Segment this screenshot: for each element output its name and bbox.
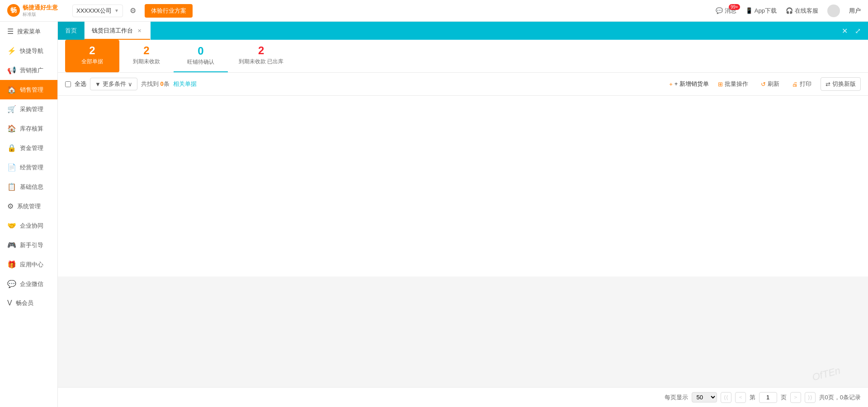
stat-overdue-shipped[interactable]: 2 到期未收款 已出库 (228, 40, 294, 72)
sidebar-label-9: 系统管理 (17, 202, 41, 211)
print-button[interactable]: 🖨 打印 (788, 78, 815, 90)
next-page-button[interactable]: ＞ (790, 392, 801, 403)
main-content: 2 全部单据 2 到期未收款 0 旺铺待确认 2 到期未收款 已出库 全选 ▼ … (58, 40, 868, 407)
count-value: 0 (160, 80, 164, 87)
batch-label: 批量操作 (725, 80, 748, 88)
messages-button[interactable]: 💬 消息 99+ (716, 7, 736, 15)
chevron-down-icon: ▼ (114, 8, 119, 13)
sidebar-item-8[interactable]: 📋基础信息 (0, 177, 57, 196)
stat-overdue-uncollected[interactable]: 2 到期未收款 (119, 40, 174, 72)
sidebar-label-10: 企业协同 (20, 222, 43, 230)
select-all-checkbox[interactable] (65, 81, 71, 87)
switch-new-version-button[interactable]: ⇄ 切换新版 (821, 77, 861, 91)
stat-overdue-shipped-number: 2 (258, 45, 264, 56)
select-all-label: 全选 (75, 80, 86, 88)
sidebar: ☰搜索菜单⚡快捷导航📢营销推广🏠销售管理🛒采购管理🏠库存核算🔒资金管理📄经营管理… (0, 22, 58, 407)
sidebar-label-8: 基础信息 (20, 183, 43, 191)
logo-icon: 畅 (7, 4, 20, 17)
sidebar-item-13[interactable]: 💬企业微信 (0, 274, 57, 294)
toolbar-left: 全选 ▼ 更多条件 ∨ 共找到 0条 相关单据 (65, 78, 665, 90)
settings-button[interactable]: ⚙ (127, 5, 139, 17)
print-label: 打印 (800, 80, 811, 88)
stats-row: 2 全部单据 2 到期未收款 0 旺铺待确认 2 到期未收款 已出库 (58, 40, 868, 73)
sidebar-icon-12: 🎁 (7, 260, 16, 269)
stat-wangpu-label: 旺铺待确认 (187, 58, 214, 66)
stat-all-number: 2 (89, 45, 95, 56)
first-page-button[interactable]: ⟨⟨ (721, 392, 731, 403)
sidebar-icon-3: 🏠 (7, 85, 16, 94)
app-download-button[interactable]: 📱 App下载 (745, 7, 777, 15)
user-avatar[interactable] (827, 5, 840, 17)
sidebar-icon-0: ☰ (7, 27, 14, 36)
last-page-button[interactable]: ⟩⟩ (805, 392, 816, 403)
tab-actions: ✕ ⤢ (835, 22, 868, 40)
sidebar-item-1[interactable]: ⚡快捷导航 (0, 41, 57, 61)
sidebar-icon-5: 🏠 (7, 124, 16, 133)
related-orders-button[interactable]: 相关单据 (173, 80, 197, 88)
page-input[interactable] (759, 392, 777, 403)
sidebar-label-0: 搜索菜单 (17, 28, 41, 36)
experience-button[interactable]: 体验行业方案 (145, 4, 193, 18)
count-text: 共找到 0条 (141, 80, 170, 88)
sidebar-icon-10: 🤝 (7, 221, 16, 230)
logo-main-text: 畅捷通好生意 (23, 4, 58, 12)
per-page-select[interactable]: 50 100 200 (692, 392, 717, 402)
sidebar-icon-14: V (7, 299, 12, 307)
sidebar-icon-9: ⚙ (7, 202, 14, 211)
pagination-bar: 每页显示 50 100 200 ⟨⟨ ＜ 第 页 ＞ ⟩⟩ 共0页，0条记录 (58, 387, 868, 407)
sidebar-label-14: 畅会员 (16, 299, 33, 307)
online-service-label: 在线客服 (795, 7, 818, 15)
online-service-button[interactable]: 🎧 在线客服 (786, 7, 818, 15)
sidebar-item-12[interactable]: 🎁应用中心 (0, 255, 57, 274)
more-filter-button[interactable]: ▼ 更多条件 ∨ (90, 78, 137, 90)
add-sales-order-button[interactable]: + + 新增销货单 (669, 80, 709, 88)
service-icon: 🎧 (786, 7, 793, 14)
sidebar-label-4: 采购管理 (20, 105, 43, 113)
sidebar-item-9[interactable]: ⚙系统管理 (0, 196, 57, 216)
sidebar-label-2: 营销推广 (20, 66, 43, 75)
batch-operation-button[interactable]: ⊞ 批量操作 (714, 78, 752, 90)
refresh-icon: ↺ (761, 81, 766, 88)
header-right: 💬 消息 99+ 📱 App下载 🎧 在线客服 用户 (716, 5, 861, 17)
sidebar-label-12: 应用中心 (20, 261, 43, 269)
company-selector[interactable]: XXXXXX公司 ▼ (72, 5, 123, 17)
sidebar-item-7[interactable]: 📄经营管理 (0, 158, 57, 177)
refresh-label: 刷新 (768, 80, 779, 88)
filter-label: 更多条件 (103, 80, 126, 88)
sidebar-item-14[interactable]: V畅会员 (0, 294, 57, 313)
stat-all[interactable]: 2 全部单据 (65, 40, 119, 72)
sidebar-icon-1: ⚡ (7, 47, 16, 55)
sidebar-item-3[interactable]: 🏠销售管理 (0, 80, 57, 99)
logo-area: 畅 畅捷通好生意 标准版 (7, 4, 65, 18)
tab-home[interactable]: 首页 (58, 22, 85, 40)
sidebar-item-11[interactable]: 🎮新手引导 (0, 235, 57, 255)
sidebar-item-4[interactable]: 🛒采购管理 (0, 99, 57, 119)
refresh-button[interactable]: ↺ 刷新 (757, 78, 783, 90)
add-icon: + (669, 81, 673, 88)
sidebar-item-5[interactable]: 🏠库存核算 (0, 119, 57, 138)
toolbar: 全选 ▼ 更多条件 ∨ 共找到 0条 相关单据 + + 新增销货单 ⊞ 批量操作… (58, 73, 868, 96)
total-info: 共0页，0条记录 (819, 393, 861, 402)
tab-close-icon[interactable]: ✕ (136, 27, 143, 34)
home-tab-label: 首页 (65, 27, 77, 35)
company-name: XXXXXX公司 (76, 7, 112, 15)
prev-page-button[interactable]: ＜ (735, 392, 746, 403)
chevron-icon: ∨ (128, 81, 132, 88)
sidebar-label-6: 资金管理 (20, 144, 43, 152)
toolbar-right: + + 新增销货单 ⊞ 批量操作 ↺ 刷新 🖨 打印 ⇄ 切换新版 (669, 77, 861, 91)
sidebar-item-6[interactable]: 🔒资金管理 (0, 138, 57, 158)
print-icon: 🖨 (792, 81, 798, 88)
tab-maximize-icon[interactable]: ⤢ (853, 25, 863, 37)
sidebar-icon-11: 🎮 (7, 241, 16, 249)
sidebar-item-0[interactable]: ☰搜索菜单 (0, 22, 57, 41)
batch-icon: ⊞ (718, 81, 723, 88)
sidebar-item-2[interactable]: 📢营销推广 (0, 61, 57, 80)
stat-wangpu[interactable]: 0 旺铺待确认 (174, 40, 228, 72)
sidebar-item-10[interactable]: 🤝企业协同 (0, 216, 57, 235)
tab-qianhuoriging[interactable]: 钱货日清工作台 ✕ (85, 22, 151, 40)
sidebar-icon-4: 🛒 (7, 105, 16, 113)
switch-label: 切换新版 (832, 80, 856, 88)
tab-minimize-icon[interactable]: ✕ (840, 25, 849, 37)
sidebar-icon-2: 📢 (7, 66, 16, 75)
tab-bar: 首页 钱货日清工作台 ✕ ✕ ⤢ (58, 22, 868, 40)
